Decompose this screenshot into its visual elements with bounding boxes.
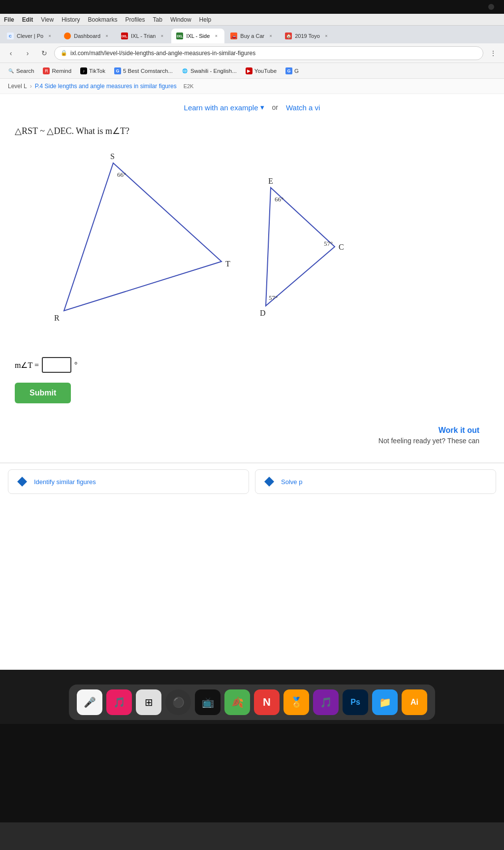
tab-clever[interactable]: C Clever | Po ×	[2, 29, 58, 43]
label-R: R	[54, 314, 60, 322]
dock-icon-grid[interactable]: ⊞	[136, 689, 161, 715]
answer-row: m∠T = °	[15, 357, 489, 373]
bookmark-icon-swahili: 🌐	[182, 67, 189, 74]
dock-icon-ps[interactable]: Ps	[343, 689, 368, 715]
tab-close-dashboard[interactable]: ×	[103, 33, 110, 39]
breadcrumb: Level L › P.4 Side lengths and angle mea…	[0, 79, 504, 94]
tab-favicon-toyo: 🏠	[285, 33, 292, 39]
dock-icon-music[interactable]: 🎵	[106, 689, 132, 715]
dock-icon-tv[interactable]: 📺	[195, 689, 220, 715]
tab-favicon-buy-car: 🚗	[230, 33, 237, 39]
forward-button[interactable]: ›	[21, 46, 34, 60]
skill-solve-p[interactable]: Solve p	[255, 469, 496, 494]
tab-label-clever: Clever | Po	[17, 33, 43, 39]
dock-icon-finder[interactable]: 📁	[372, 689, 398, 715]
bookmark-label-swahili: Swahili - English...	[190, 68, 237, 74]
dock-icon-ai[interactable]: Ai	[402, 689, 427, 715]
bookmark-icon-youtube: ▶	[246, 67, 252, 74]
bookmark-tiktok[interactable]: ♪ TikTok	[77, 66, 109, 76]
learn-example-label: Learn with an example	[184, 103, 258, 112]
problem-statement: △RST ~ △DEC. What is m∠T?	[15, 126, 489, 136]
bookmark-g[interactable]: G G	[282, 66, 302, 76]
bookmark-icon-g: G	[285, 67, 292, 74]
menu-profiles[interactable]: Profiles	[126, 16, 145, 23]
menu-window[interactable]: Window	[170, 16, 191, 23]
tab-ixl-side[interactable]: IXL IXL - Side ×	[171, 29, 224, 43]
label-E: E	[268, 177, 273, 185]
menu-bookmarks[interactable]: Bookmarks	[88, 16, 117, 23]
tab-close-buy-car[interactable]: ×	[267, 33, 274, 39]
bottom-bezel	[0, 724, 504, 822]
menu-view[interactable]: View	[41, 16, 54, 23]
breadcrumb-section[interactable]: P.4 Side lengths and angle measures in s…	[35, 83, 177, 90]
bookmarks-bar: 🔍 Search R Remind ♪ TikTok G 5 Best Coms…	[0, 63, 504, 79]
menu-tab[interactable]: Tab	[153, 16, 162, 23]
tab-label-toyo: 2019 Toyo	[295, 33, 320, 39]
menu-bar: File Edit View History Bookmarks Profile…	[0, 14, 504, 26]
bookmark-search[interactable]: 🔍 Search	[4, 66, 37, 76]
reload-button[interactable]: ↻	[37, 46, 51, 60]
tab-label-dashboard: Dashboard	[74, 33, 100, 39]
breadcrumb-level: Level L	[8, 83, 27, 90]
dock-icon-medal[interactable]: 🏅	[284, 689, 309, 715]
tab-label-buy-car: Buy a Car	[240, 33, 264, 39]
menu-history[interactable]: History	[62, 16, 80, 23]
bookmark-comstarch[interactable]: G 5 Best Comstarch...	[111, 66, 176, 76]
tab-buy-car[interactable]: 🚗 Buy a Car ×	[225, 29, 279, 43]
page-content: Level L › P.4 Side lengths and angle mea…	[0, 79, 504, 670]
address-bar[interactable]: 🔒 ixl.com/math/level-l/side-lengths-and-…	[54, 46, 483, 60]
tab-label-ixl-side: IXL - Side	[186, 33, 210, 39]
work-it-out-text: Not feeling ready yet? These can	[25, 437, 479, 445]
work-it-out-title: Work it out	[25, 426, 479, 435]
svg-marker-1	[264, 477, 274, 487]
bookmark-label-youtube: YouTube	[254, 68, 277, 74]
menu-file[interactable]: File	[4, 16, 14, 23]
diamond-icon-2	[263, 476, 275, 488]
camera-dot	[488, 4, 494, 10]
learn-example-button[interactable]: Learn with an example ▾	[184, 103, 264, 112]
bookmark-remind[interactable]: R Remind	[39, 66, 75, 76]
address-bar-row: ‹ › ↻ 🔒 ixl.com/math/level-l/side-length…	[0, 43, 504, 63]
tab-favicon-ixl-trian: IXL	[121, 33, 128, 39]
dock-icon-podcast[interactable]: 🎵	[313, 689, 339, 715]
tab-ixl-trian[interactable]: IXL IXL - Trian ×	[116, 29, 170, 43]
watch-video-button[interactable]: Watch a vi	[286, 103, 320, 112]
bookmark-swahili[interactable]: 🌐 Swahili - English...	[178, 66, 240, 76]
bookmark-label-remind: Remind	[52, 68, 71, 74]
camera-area	[0, 0, 504, 14]
tab-label-ixl-trian: IXL - Trian	[131, 33, 156, 39]
bookmark-youtube[interactable]: ▶ YouTube	[242, 66, 280, 76]
menu-edit[interactable]: Edit	[22, 16, 33, 23]
menu-help[interactable]: Help	[199, 16, 212, 23]
triangles-svg: S R T 66° E D C 66°	[15, 148, 349, 345]
bookmark-icon-tiktok: ♪	[80, 67, 87, 74]
angle-t-input[interactable]	[42, 357, 71, 373]
chevron-down-icon: ▾	[260, 103, 264, 112]
tab-toyo[interactable]: 🏠 2019 Toyo ×	[280, 29, 335, 43]
dock-icon-n[interactable]: N	[254, 689, 280, 715]
dock-icon-circle[interactable]: ⚫	[165, 689, 191, 715]
tab-close-ixl-trian[interactable]: ×	[158, 33, 165, 39]
dock-icon-leaf[interactable]: 🍂	[224, 689, 250, 715]
angle-S-label: 66°	[117, 171, 126, 178]
tab-close-toyo[interactable]: ×	[323, 33, 330, 39]
angle-D-label: 57°	[269, 294, 278, 301]
bookmark-label-comstarch: 5 Best Comstarch...	[123, 68, 173, 74]
submit-button[interactable]: Submit	[15, 383, 71, 403]
or-text: or	[272, 103, 278, 111]
tab-close-clever[interactable]: ×	[46, 33, 53, 39]
skill-identify-similar[interactable]: Identify similar figures	[8, 469, 249, 494]
dock: 🎤 🎵 ⊞ ⚫ 📺 🍂 N 🏅 🎵 Ps 📁 Ai	[69, 685, 435, 720]
lock-icon: 🔒	[61, 50, 67, 56]
tab-dashboard[interactable]: Dashboard ×	[59, 29, 115, 43]
svg-marker-0	[17, 477, 27, 487]
diamond-icon-1	[16, 476, 28, 488]
extensions-button[interactable]: ⋮	[486, 46, 500, 60]
back-button[interactable]: ‹	[4, 46, 18, 60]
tab-close-ixl-side[interactable]: ×	[213, 33, 220, 39]
degree-symbol: °	[74, 360, 77, 369]
dock-icon-mic[interactable]: 🎤	[77, 689, 102, 715]
dock-area: 🎤 🎵 ⊞ ⚫ 📺 🍂 N 🏅 🎵 Ps 📁 Ai	[0, 670, 504, 724]
tab-favicon-dashboard	[64, 33, 71, 39]
tab-favicon-clever: C	[7, 33, 14, 39]
